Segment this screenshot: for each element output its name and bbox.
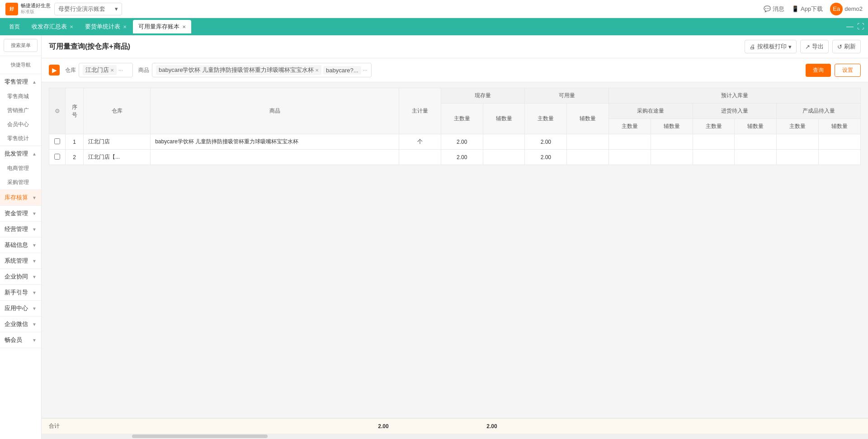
row-production-sub (819, 134, 861, 150)
page-header: 可用量查询(按仓库+商品) 🖨 按模板打印 ▾ ↗ 导出 ↺ 刷新 (42, 35, 868, 58)
col-production-sub-header: 辅数量 (819, 119, 861, 134)
chevron-down-icon-wec: ▼ (32, 322, 37, 327)
sidebar-section-wechat: 企业微信 ▼ (0, 316, 41, 332)
filter-warehouse-tag: 江北门店 ✕ (83, 65, 117, 75)
row-incoming-main (693, 134, 735, 150)
sidebar-item-purchase[interactable]: 采购管理 (0, 175, 41, 189)
sidebar-section-header-enterprise[interactable]: 企业协同 ▼ (0, 269, 41, 284)
sidebar-section-finance: 资金管理 ▼ (0, 206, 41, 222)
tab-close-yaohuo[interactable]: ✕ (123, 24, 127, 29)
sidebar-section-header-operations[interactable]: 经营管理 ▼ (0, 222, 41, 237)
filter-warehouse-remove[interactable]: ✕ (110, 68, 114, 73)
footer-production-main (754, 423, 799, 430)
sidebar-search: 搜索菜单 (0, 35, 41, 56)
sidebar-item-retail-stats[interactable]: 零售统计 (0, 132, 41, 146)
row-production-main (777, 150, 819, 165)
row-stock-sub (483, 150, 525, 165)
row-incoming-sub (735, 134, 777, 150)
chevron-down-icon-new: ▼ (32, 290, 37, 295)
sidebar-section-header-wechat[interactable]: 企业微信 ▼ (0, 316, 41, 332)
filter-product-tag1: babycare学饮杯 儿童防摔防撞吸管杯重力球吸嘴杯宝宝水杯 ✕ (156, 65, 321, 75)
footer-avail-sub (519, 423, 573, 430)
filter-product-more[interactable]: ··· (363, 67, 368, 73)
sidebar-section-header-basics[interactable]: 基础信息 ▼ (0, 237, 41, 253)
search-menu-button[interactable]: 搜索菜单 (4, 39, 38, 52)
industry-selector[interactable]: 母婴行业演示账套 ▾ (54, 3, 122, 15)
sidebar-section-header-system[interactable]: 系统管理 ▼ (0, 253, 41, 269)
filter-more-icon[interactable]: ··· (118, 67, 123, 73)
tab-home[interactable]: 首页 (4, 20, 25, 33)
tab-bar-actions: — ⛶ (846, 23, 864, 31)
col-unit-header: 主计量 (399, 88, 441, 134)
refresh-button[interactable]: ↺ 刷新 (832, 40, 861, 53)
row-product (151, 150, 399, 165)
logo-text-area: 畅捷通好生意 标准版 (21, 3, 51, 15)
page-title: 可用量查询(按仓库+商品) (49, 42, 130, 52)
tab-close-shoufachu[interactable]: ✕ (70, 24, 73, 29)
row-avail-main: 2.00 (525, 134, 567, 150)
row-stock-main: 2.00 (441, 150, 483, 165)
row-warehouse: 江北门店 (84, 134, 151, 150)
sidebar-section-header-finance[interactable]: 资金管理 ▼ (0, 206, 41, 221)
filter-product-label: 商品 (138, 66, 149, 74)
row-unit (399, 150, 441, 165)
sidebar-item-member[interactable]: 会员中心 (0, 118, 41, 132)
sidebar-item-quicknav[interactable]: 快捷导航 (0, 58, 41, 72)
tab-close-keyongliang[interactable]: ✕ (182, 24, 186, 29)
col-purchase-main-header: 主数量 (609, 119, 651, 134)
row-purchase-sub (651, 134, 693, 150)
filter-product-remove1[interactable]: ✕ (315, 68, 319, 73)
col-warehouse-header: 仓库 (84, 88, 151, 134)
filter-warehouse-input[interactable]: 江北门店 ✕ ··· (79, 63, 133, 77)
sidebar-section-header-inventory[interactable]: 库存核算 ▼ (0, 190, 41, 205)
tab-expand-icon[interactable]: ⛶ (857, 23, 864, 31)
logo-sub: 标准版 (21, 9, 51, 15)
filter-product-tag2: babycare?... (323, 66, 361, 75)
row-checkbox[interactable] (49, 150, 66, 165)
app-download-button[interactable]: 📱 App下载 (792, 5, 823, 13)
query-button[interactable]: 查询 (806, 64, 831, 77)
print-button[interactable]: 🖨 按模板打印 ▾ (745, 40, 797, 53)
sidebar-section-enterprise: 企业协同 ▼ (0, 269, 41, 285)
sidebar-item-marketing[interactable]: 营销推广 (0, 104, 41, 118)
main-layout: 搜索菜单 快捷导航 零售管理 ▲ 零售商城 营销推广 会员中心 零售统计 批发管… (0, 35, 868, 439)
sidebar-section-header-retail[interactable]: 零售管理 ▲ (0, 74, 41, 90)
tab-keyongliang[interactable]: 可用量库存账本 ✕ (133, 20, 191, 33)
scroll-bar-thumb[interactable] (132, 434, 268, 438)
message-button[interactable]: 💬 消息 (764, 5, 784, 13)
sidebar-section-header-wholesale[interactable]: 批发管理 ▲ (0, 146, 41, 161)
filter-toggle-button[interactable]: ▶ (49, 65, 60, 76)
sidebar-section-appcenter: 应用中心 ▼ (0, 301, 41, 316)
row-num: 1 (66, 134, 84, 150)
tab-shoufachu[interactable]: 收发存汇总表 ✕ (26, 20, 79, 33)
tab-minimize-icon[interactable]: — (846, 23, 854, 31)
filter-product-input[interactable]: babycare学饮杯 儿童防摔防撞吸管杯重力球吸嘴杯宝宝水杯 ✕ babyca… (152, 63, 372, 77)
tab-yaohuo[interactable]: 要货单统计表 ✕ (80, 20, 132, 33)
row-checkbox[interactable] (49, 134, 66, 150)
row-purchase-main (609, 150, 651, 165)
col-incoming-header: 进货待入量 (693, 104, 777, 119)
user-account[interactable]: Ea demo2 (830, 3, 863, 15)
data-table: ⚙ 序号 仓库 商品 主计量 现存量 可用量 预计入库量 主数量 辅数量 主数量 (49, 88, 861, 165)
refresh-icon: ↺ (837, 43, 842, 50)
col-settings[interactable]: ⚙ (49, 88, 66, 134)
footer-values: 2.00 2.00 (356, 423, 861, 430)
table-footer: 合计 2.00 2.00 (42, 418, 868, 434)
sidebar-section-operations: 经营管理 ▼ (0, 222, 41, 237)
table-row: 2 江北门店【... 2.00 2.00 (49, 150, 861, 165)
sidebar-section-header-member2[interactable]: 畅会员 ▼ (0, 332, 41, 348)
phone-icon: 📱 (792, 5, 799, 12)
sidebar-item-retail-mall[interactable]: 零售商城 (0, 90, 41, 104)
settings-button[interactable]: 设置 (835, 64, 861, 77)
sidebar-item-ecommerce[interactable]: 电商管理 (0, 161, 41, 175)
gear-icon[interactable]: ⚙ (55, 108, 60, 114)
chevron-down-icon-mem: ▼ (32, 338, 37, 343)
export-button[interactable]: ↗ 导出 (800, 40, 829, 53)
logo-icon: 好 (5, 3, 18, 15)
col-available-header: 可用量 (525, 88, 609, 104)
col-incoming-sub-header: 辅数量 (735, 119, 777, 134)
sidebar-section-header-newguide[interactable]: 新手引导 ▼ (0, 285, 41, 300)
sidebar-section-header-appcenter[interactable]: 应用中心 ▼ (0, 301, 41, 316)
chevron-down-icon-bas: ▼ (32, 243, 37, 248)
filter-bar: ▶ 仓库 江北门店 ✕ ··· 商品 babycare学饮杯 儿童防摔防撞吸管杯… (42, 58, 868, 82)
